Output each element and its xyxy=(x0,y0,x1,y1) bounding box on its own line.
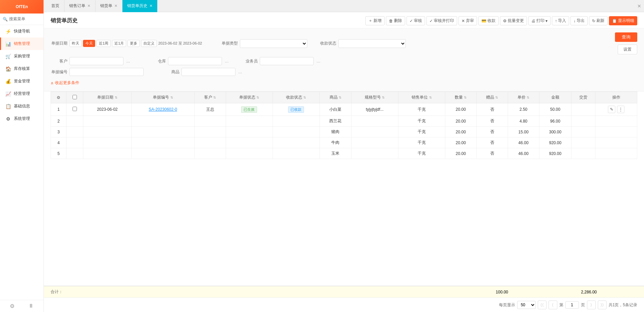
table-row: 5 玉米 千克 20.00 否 46.00 920.00 xyxy=(51,148,637,159)
col-payment-status: 收款状态 ⇅ xyxy=(273,92,319,103)
collect-button[interactable]: 💳 收款 xyxy=(478,16,499,25)
more-action-btn[interactable]: ⋮ xyxy=(617,106,624,113)
refresh-button[interactable]: ↻ 刷新 xyxy=(589,16,608,25)
sidebar-item-sales-mgmt[interactable]: 📊 销售管理 xyxy=(0,37,44,50)
sidebar-item-sys-mgmt[interactable]: ⚙ 系统管理 xyxy=(0,112,44,125)
audit-button[interactable]: ✓ 审核 xyxy=(407,16,425,25)
query-button[interactable]: 查询 xyxy=(615,32,637,42)
cell-unit: 千克 xyxy=(398,127,445,137)
tab-sales-goods[interactable]: 销货单 ✕ xyxy=(95,0,122,12)
cell-docnum xyxy=(132,127,195,137)
sidebar-search[interactable]: 🔍 搜索菜单 xyxy=(0,14,44,25)
salesperson-dots[interactable]: … xyxy=(316,59,320,63)
sort-gift-icon[interactable]: ⇅ xyxy=(495,96,498,99)
warehouse-input[interactable] xyxy=(168,57,222,65)
date-range: 昨天 今天 近1周 近1月 更多 自定义 2023-06-02 至 2023-0… xyxy=(69,40,202,47)
col-settings[interactable]: ⚙ xyxy=(51,92,66,103)
new-button[interactable]: ＋ 新增 xyxy=(365,16,385,25)
payment-status-badge: 已收款 xyxy=(288,106,304,113)
payment-status-select[interactable] xyxy=(338,39,406,48)
cell-qty: 20.00 xyxy=(445,148,476,159)
cell-docstatus xyxy=(226,148,273,159)
abandon-icon: ✕ xyxy=(461,19,465,23)
edit-action-btn[interactable]: ✎ xyxy=(608,106,615,113)
tab-sales-history[interactable]: 销货单历史 ✕ xyxy=(122,0,158,12)
chevron-up-icon: ∧ xyxy=(51,81,54,85)
sort-payment-icon[interactable]: ⇅ xyxy=(303,96,306,99)
cell-price: 2.50 xyxy=(508,103,539,116)
date-btn-more[interactable]: 更多 xyxy=(128,40,140,47)
row-checkbox[interactable] xyxy=(73,107,77,111)
sort-unit-icon[interactable]: ⇅ xyxy=(429,96,432,99)
salesperson-label: 业务员 xyxy=(241,58,258,64)
cell-amount: 96.00 xyxy=(539,116,571,127)
sort-docstatus-icon[interactable]: ⇅ xyxy=(256,96,259,99)
date-btn-last1m[interactable]: 近1月 xyxy=(112,40,126,47)
per-page-select[interactable]: 50 10 20 100 xyxy=(517,301,536,309)
show-detail-button[interactable]: 📋 显示明细 xyxy=(609,16,637,25)
date-btn-yesterday[interactable]: 昨天 xyxy=(69,40,82,47)
sales-mgmt-icon: 📊 xyxy=(5,41,11,47)
sidebar-item-quick-nav[interactable]: ⚡ 快捷导航 xyxy=(0,25,44,37)
sort-goods-icon[interactable]: ⇅ xyxy=(339,96,341,99)
tab-sales-order-close[interactable]: ✕ xyxy=(87,4,90,8)
col-checkbox[interactable] xyxy=(66,92,83,103)
delete-button[interactable]: 🗑 删除 xyxy=(386,16,405,25)
sort-docnum-icon[interactable]: ⇅ xyxy=(170,96,173,99)
cell-spec: tyjyjtyjdf... xyxy=(351,103,398,116)
cell-date xyxy=(83,137,132,148)
date-btn-last7[interactable]: 近1周 xyxy=(96,40,111,47)
first-page-btn[interactable]: ⟨⟨ xyxy=(538,301,547,309)
date-btn-today[interactable]: 今天 xyxy=(83,40,95,47)
export-button[interactable]: ↓ 导出 xyxy=(570,16,588,25)
tab-sales-order[interactable]: 销售订单 ✕ xyxy=(64,0,95,12)
audit-print-button[interactable]: ✓ 审核并打印 xyxy=(426,16,457,25)
next-page-btn[interactable]: ⟩ xyxy=(587,301,596,309)
tabs-close-all[interactable]: ✕ xyxy=(637,3,641,9)
cell-goods: 猪肉 xyxy=(319,127,351,137)
sidebar-collapse-btn[interactable]: ⏸ xyxy=(28,303,34,309)
operations-icon: 📈 xyxy=(5,91,11,97)
cell-date xyxy=(83,127,132,137)
doc-type-select[interactable] xyxy=(240,39,307,48)
sidebar-item-purchase-mgmt[interactable]: 🛒 采购管理 xyxy=(0,50,44,62)
sidebar-settings-btn[interactable]: ⚙ xyxy=(10,303,15,309)
abandon-button[interactable]: ✕ 弃审 xyxy=(458,16,477,25)
warehouse-dots[interactable]: … xyxy=(225,59,229,63)
doc-num-input[interactable] xyxy=(69,68,144,76)
sidebar-item-basic-info[interactable]: 📋 基础信息 xyxy=(0,100,44,112)
doc-num-link[interactable]: SA-20230602-0 xyxy=(149,107,177,112)
last-page-btn[interactable]: ⟩⟩ xyxy=(598,301,607,309)
batch-change-icon: ⚙ xyxy=(503,19,507,23)
set-button[interactable]: 设置 xyxy=(618,45,637,54)
tab-sales-history-close[interactable]: ✕ xyxy=(149,4,152,8)
page-input[interactable] xyxy=(565,301,579,309)
sort-customer-icon[interactable]: ⇅ xyxy=(213,96,216,99)
salesperson-input[interactable] xyxy=(260,57,314,65)
date-btn-custom[interactable]: 自定义 xyxy=(141,40,157,47)
summary-qty: 100.00 xyxy=(68,290,576,294)
sort-qty-icon[interactable]: ⇅ xyxy=(464,96,467,99)
customer-dots[interactable]: … xyxy=(126,59,130,63)
sidebar-item-inventory[interactable]: 🏠 库存核算 xyxy=(0,62,44,75)
sidebar-item-operations[interactable]: 📈 经营管理 xyxy=(0,87,44,100)
sort-date-icon[interactable]: ⇅ xyxy=(115,96,117,99)
sidebar-item-finance[interactable]: 💰 资金管理 xyxy=(0,75,44,87)
cell-docstatus xyxy=(226,127,273,137)
batch-change-button[interactable]: ⚙ 批量变更 xyxy=(500,16,527,25)
cell-action xyxy=(595,127,637,137)
tab-sales-goods-close[interactable]: ✕ xyxy=(114,4,117,8)
print-button[interactable]: 🖨 打印 ▾ xyxy=(528,16,551,25)
prev-page-btn[interactable]: ⟨ xyxy=(549,301,557,309)
summary-amount: 2,286.00 xyxy=(581,290,597,294)
sort-price-icon[interactable]: ⇅ xyxy=(527,96,529,99)
collapse-button[interactable]: ∧ 收起更多条件 xyxy=(51,79,637,87)
tab-home[interactable]: 首页 xyxy=(47,0,64,12)
customer-input[interactable] xyxy=(69,57,123,65)
cell-checkbox xyxy=(66,103,83,116)
sort-spec-icon[interactable]: ⇅ xyxy=(382,96,385,99)
import-button[interactable]: ↑ 导入 xyxy=(552,16,569,25)
select-all-checkbox[interactable] xyxy=(73,95,77,99)
goods-input[interactable] xyxy=(181,68,235,76)
goods-dots[interactable]: … xyxy=(238,70,242,74)
